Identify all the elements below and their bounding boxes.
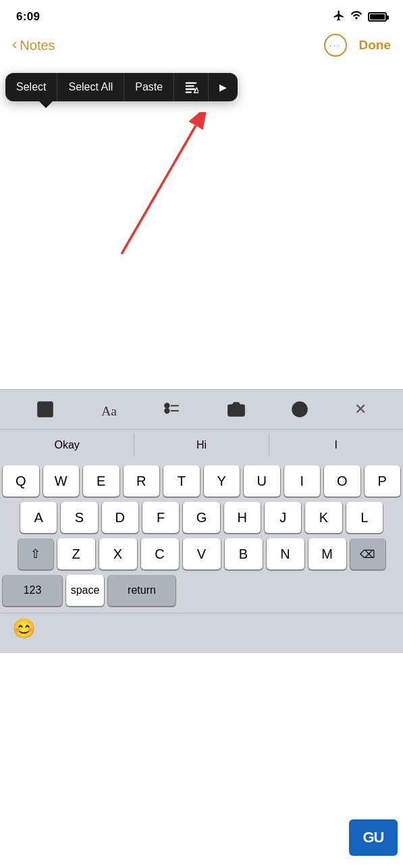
key-I[interactable]: I	[284, 465, 321, 496]
done-button[interactable]: Done	[359, 38, 392, 53]
back-chevron-icon: ‹	[12, 36, 17, 53]
keyboard-row-2: A S D F G H J K L	[3, 502, 400, 533]
toolbar-close-button[interactable]: ✕	[350, 397, 371, 422]
key-T[interactable]: T	[163, 465, 200, 496]
back-button[interactable]: ‹ Notes	[12, 37, 55, 53]
nav-bar: ‹ Notes ··· Done	[0, 28, 403, 65]
toolbar-markup-button[interactable]	[287, 397, 313, 422]
bottom-bar: 😊	[0, 613, 403, 653]
key-Q[interactable]: Q	[3, 465, 39, 496]
close-icon: ✕	[354, 401, 367, 418]
context-menu: Select Select All Paste	[5, 73, 238, 101]
key-X[interactable]: X	[99, 538, 137, 569]
keyboard: Q W E R T Y U I O P A S D F G H J K L ⇧ …	[0, 460, 403, 613]
key-Y[interactable]: Y	[204, 465, 240, 496]
key-B[interactable]: B	[225, 538, 263, 569]
watermark: GU	[349, 819, 398, 856]
key-L[interactable]: L	[346, 502, 383, 533]
keyboard-row-1: Q W E R T Y U I O P	[3, 465, 400, 496]
context-menu-select-all[interactable]: Select All	[57, 73, 124, 101]
emoji-button[interactable]: 😊	[12, 617, 36, 640]
key-E[interactable]: E	[83, 465, 119, 496]
content-area[interactable]: Select Select All Paste	[0, 65, 403, 389]
context-menu-more[interactable]	[209, 75, 238, 99]
context-menu-select[interactable]: Select	[5, 73, 57, 101]
keyboard-row-3: ⇧ Z X C V B N M ⌫	[3, 538, 400, 569]
key-Z[interactable]: Z	[57, 538, 95, 569]
keyboard-bottom-row: 123 space return	[3, 575, 400, 606]
nav-actions: ··· Done	[324, 34, 392, 57]
svg-rect-0	[186, 82, 197, 84]
key-J[interactable]: J	[265, 502, 301, 533]
status-bar: 6:09	[0, 0, 403, 28]
key-O[interactable]: O	[324, 465, 360, 496]
svg-point-16	[165, 409, 170, 413]
context-menu-paste[interactable]: Paste	[124, 73, 174, 101]
toolbar-camera-button[interactable]	[223, 397, 249, 422]
key-numbers[interactable]: 123	[3, 575, 62, 606]
key-W[interactable]: W	[43, 465, 80, 496]
key-return[interactable]: return	[108, 575, 176, 606]
more-dots-icon: ···	[329, 40, 342, 51]
svg-rect-3	[186, 91, 192, 93]
svg-line-6	[122, 126, 196, 254]
svg-rect-2	[186, 88, 196, 90]
red-arrow-annotation	[95, 112, 216, 263]
status-icons	[333, 9, 387, 24]
nav-back-label: Notes	[20, 38, 55, 53]
predictive-bar: Okay Hi I	[0, 429, 403, 460]
predictive-okay[interactable]: Okay	[0, 434, 134, 457]
svg-rect-7	[38, 402, 53, 417]
key-P[interactable]: P	[365, 465, 401, 496]
predictive-i[interactable]: I	[269, 434, 403, 457]
key-S[interactable]: S	[61, 502, 97, 533]
svg-rect-1	[186, 85, 194, 86]
svg-point-17	[233, 407, 239, 413]
toolbar-table-button[interactable]	[32, 397, 58, 422]
key-F[interactable]: F	[142, 502, 179, 533]
battery-icon	[368, 12, 387, 22]
key-D[interactable]: D	[102, 502, 138, 533]
predictive-hi[interactable]: Hi	[134, 434, 269, 457]
key-R[interactable]: R	[124, 465, 160, 496]
key-shift[interactable]: ⇧	[18, 538, 53, 569]
toolbar-font-button[interactable]: Aa	[96, 397, 122, 422]
key-backspace[interactable]: ⌫	[350, 538, 385, 569]
key-C[interactable]: C	[141, 538, 179, 569]
airplane-icon	[333, 9, 345, 24]
key-M[interactable]: M	[308, 538, 346, 569]
watermark-text: GU	[363, 829, 384, 846]
status-time: 6:09	[16, 10, 40, 24]
toolbar-checklist-button[interactable]	[159, 397, 185, 422]
wifi-icon	[350, 11, 362, 23]
key-A[interactable]: A	[20, 502, 57, 533]
context-menu-format[interactable]	[174, 73, 209, 101]
keyboard-toolbar: Aa ✕	[0, 389, 403, 429]
key-K[interactable]: K	[305, 502, 342, 533]
key-space[interactable]: space	[66, 575, 104, 606]
key-N[interactable]: N	[267, 538, 304, 569]
more-button[interactable]: ···	[324, 34, 347, 57]
svg-text:Aa: Aa	[101, 404, 117, 418]
key-V[interactable]: V	[183, 538, 221, 569]
key-U[interactable]: U	[244, 465, 280, 496]
key-G[interactable]: G	[183, 502, 219, 533]
key-H[interactable]: H	[224, 502, 261, 533]
